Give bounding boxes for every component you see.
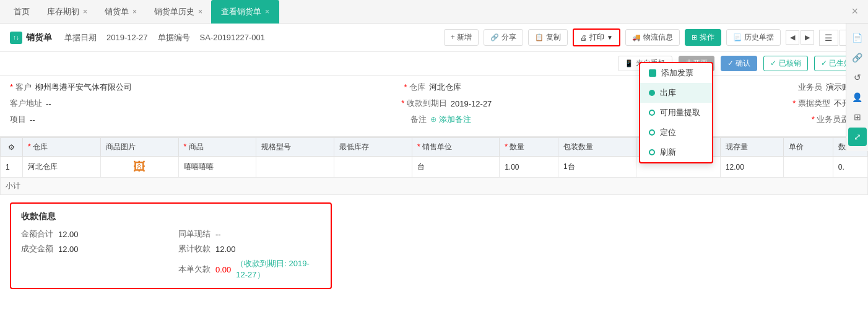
dropdown-refresh[interactable]: 刷新	[640, 142, 712, 162]
logistics-button[interactable]: 🚚 物流信息	[625, 29, 680, 46]
operation-button[interactable]: ⊞ 操作	[685, 29, 721, 46]
col-qty: * 数量	[500, 138, 558, 157]
address-value: --	[46, 99, 51, 108]
dropdown-location[interactable]: 定位	[640, 123, 712, 142]
dropdown-available-qty[interactable]: 可用量提取	[640, 103, 712, 123]
doc-actions: + 新增 🔗 分享 📋 复制 🖨 打印 ▼ 🚚 物流信息	[444, 28, 858, 46]
customer-label: 客户	[10, 82, 32, 93]
col-pack-qty: 包装数量	[558, 138, 636, 157]
same-order-row: 同单现结 --	[178, 228, 321, 240]
address-field: 客户地址 --	[10, 98, 386, 109]
tab-inventory-init[interactable]: 库存期初 ×	[38, 0, 96, 24]
cumulative-receipt-row: 累计收款 12.00	[178, 243, 321, 254]
tab-close-sales-history[interactable]: ×	[198, 7, 202, 16]
form-section: 客户 柳州粤港平安气体有限公司 仓库 河北仓库 业务员 演示账号 客户地址 --	[0, 76, 868, 137]
sidebar-link-button[interactable]: 🔗	[848, 48, 867, 67]
sidebar-doc-button[interactable]: 📄	[848, 28, 867, 47]
sidebar-table-button[interactable]: ⊞	[848, 108, 867, 126]
warehouse-label: 仓库	[404, 82, 426, 93]
doc-title-text: 销货单	[26, 32, 52, 43]
sidebar-user-button[interactable]: 👤	[848, 88, 867, 106]
ticket-type-label: 票据类型	[792, 98, 830, 109]
col-product: * 商品	[178, 138, 256, 157]
data-table: ⚙ * 仓库 商品图片 * 商品 规格型号 最低库存 * 销售单位 * 数量 包…	[0, 137, 868, 195]
tab-close-inventory[interactable]: ×	[83, 7, 87, 16]
location-icon	[649, 129, 655, 136]
tab-sales-order[interactable]: 销货单 ×	[96, 0, 145, 24]
operation-dropdown: 添加发票 出库 可用量提取 定位 刷新	[639, 62, 713, 163]
tab-sales-history[interactable]: 销货单历史 ×	[145, 0, 211, 24]
summary-title: 收款信息	[21, 211, 321, 222]
warehouse-field: 仓库 河北仓库	[404, 82, 784, 93]
data-table-wrap: ⚙ * 仓库 商品图片 * 商品 规格型号 最低库存 * 销售单位 * 数量 包…	[0, 137, 868, 195]
due-date-field: 收款到期日 2019-12-27	[401, 98, 778, 109]
no-value: SA-20191227-001	[200, 33, 266, 42]
tab-home[interactable]: 首页	[5, 0, 38, 24]
staff-label: 业务员	[798, 82, 822, 93]
address-label: 客户地址	[10, 98, 42, 109]
print-button[interactable]: 🖨 打印 ▼	[573, 28, 620, 46]
add-note-button[interactable]: ⊕ 添加备注	[430, 114, 471, 125]
cell-warehouse: 河北仓库	[23, 157, 101, 178]
list-view-button[interactable]: ☰	[819, 30, 838, 46]
doc-title-icon: ↑↓	[10, 32, 22, 44]
history-button[interactable]: 📃 历史单据	[726, 29, 781, 46]
dropdown-out-warehouse[interactable]: 出库	[640, 83, 712, 103]
summary-grid: 金额合计 12.00 同单现结 -- 成交金额 12.00 累计收款 12.00	[21, 228, 321, 280]
prev-button[interactable]: ◀	[786, 30, 799, 45]
app-container: 首页 库存期初 × 销货单 × 销货单历史 × 查看销货单 × × ↑↓ 销货单	[0, 0, 868, 330]
this-order-due-value: 0.00	[215, 265, 231, 274]
copy-button[interactable]: 📋 复制	[528, 29, 568, 46]
tab-close-sales-order[interactable]: ×	[132, 7, 137, 16]
total-amount-label: 金额合计	[21, 228, 53, 240]
cell-unit: 台	[412, 157, 499, 178]
total-amount-value: 12.00	[58, 230, 79, 239]
subtotal-row: 小计	[1, 178, 868, 195]
transaction-amount-value: 12.00	[58, 245, 79, 254]
tab-close-view-sales[interactable]: ×	[265, 7, 269, 16]
refresh-icon	[649, 149, 655, 155]
confirm-button[interactable]: ✓ 确认	[721, 56, 757, 71]
cell-no: 1	[1, 157, 23, 178]
status-row: 📱 来自手机 未开票 ✓ 确认 ✓ 已核销 ✓ 已生效	[0, 52, 868, 76]
summary-section: 收款信息 金额合计 12.00 同单现结 -- 成交金额 12.00 累计收款 …	[10, 202, 332, 289]
same-order-value: --	[215, 230, 221, 239]
sidebar-expand-button[interactable]: ⤢	[848, 128, 867, 146]
col-spec: 规格型号	[256, 138, 334, 157]
date-value: 2019-12-27	[106, 33, 148, 42]
due-date-label: 收款到期日	[401, 98, 447, 109]
out-warehouse-icon	[649, 90, 655, 96]
next-button[interactable]: ▶	[801, 30, 814, 45]
table-row: 1 河北仓库 🖼 嘻嘻嘻嘻 台 1.00 1台 12.00	[1, 157, 868, 178]
cell-unit-price	[784, 157, 833, 178]
transaction-amount-row: 成交金额 12.00	[21, 243, 163, 254]
col-unit-price: 单价	[784, 138, 833, 157]
new-button[interactable]: + 新增	[444, 29, 479, 46]
cell-product: 嘻嘻嘻嘻	[178, 157, 256, 178]
available-qty-icon	[649, 110, 655, 116]
tab-view-sales[interactable]: 查看销货单 ×	[211, 0, 279, 24]
share-button[interactable]: 🔗 分享	[484, 29, 523, 46]
cell-qty: 1.00	[500, 157, 558, 178]
main-content: ↑↓ 销货单 单据日期 2019-12-27 单据编号 SA-20191227-…	[0, 24, 868, 330]
sidebar-refresh-button[interactable]: ↺	[848, 68, 867, 87]
right-sidebar: 📄 🔗 ↺ 👤 ⊞ ⤢	[846, 24, 868, 151]
col-stock: 现存量	[720, 138, 784, 157]
doc-title: ↑↓ 销货单	[10, 32, 52, 44]
nav-arrows: ◀ ▶	[786, 30, 814, 45]
salesperson-label: 业务员孟	[812, 114, 849, 125]
col-product-image: 商品图片	[100, 138, 178, 157]
this-order-due-row: 本单欠款 0.00 （收款到期日: 2019-12-27）	[178, 258, 321, 280]
project-field: 项目 --	[10, 114, 396, 125]
customer-field: 客户 柳州粤港平安气体有限公司	[10, 82, 389, 93]
col-unit: * 销售单位	[412, 138, 499, 157]
doc-meta: 单据日期 2019-12-27 单据编号 SA-20191227-001	[64, 32, 444, 43]
dropdown-add-invoice[interactable]: 添加发票	[640, 63, 712, 83]
date-label: 单据日期	[64, 32, 97, 43]
col-gear: ⚙	[1, 138, 23, 157]
form-row-2: 客户地址 -- 收款到期日 2019-12-27 票据类型 不开票	[10, 98, 858, 109]
cumulative-receipt-label: 累计收款	[178, 243, 210, 254]
same-order-label: 同单现结	[178, 228, 210, 240]
verified-badge[interactable]: ✓ 已核销	[763, 56, 807, 71]
window-close-button[interactable]: ×	[846, 5, 863, 18]
